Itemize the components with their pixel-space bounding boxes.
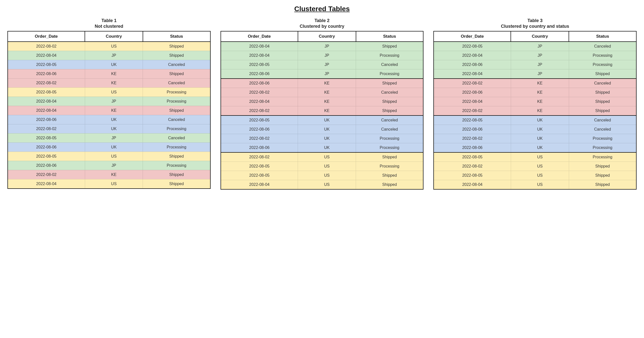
cell-country: UK [511,143,569,152]
cell-status: Canceled [143,78,210,87]
table-row: 2022-08-04JPShipped [434,69,636,78]
cell-country: KE [85,78,143,87]
cell-status: Shipped [356,97,424,106]
cell-status: Processing [356,51,424,60]
cell-status: Shipped [569,97,636,106]
cell-order_date: 2022-08-04 [434,180,511,189]
table-row: 2022-08-05UKCanceled [221,115,424,125]
column-header: Status [569,31,636,42]
cell-status: Canceled [143,60,210,69]
cell-country: JP [511,42,569,51]
cell-order_date: 2022-08-02 [221,106,298,115]
table-row: 2022-08-05JPCanceled [221,60,424,69]
cell-country: JP [511,69,569,78]
cell-country: JP [298,42,356,51]
table-row: 2022-08-05USProcessing [221,162,424,171]
cell-status: Shipped [569,162,636,171]
cell-order_date: 2022-08-06 [434,60,511,69]
cell-country: US [298,152,356,162]
cell-country: UK [85,124,143,133]
cell-order_date: 2022-08-02 [8,42,85,51]
table-row: 2022-08-06UKCanceled [8,115,210,124]
cell-order_date: 2022-08-02 [434,134,511,143]
cell-order_date: 2022-08-05 [221,115,298,125]
cell-status: Canceled [569,42,636,51]
table-row: 2022-08-04JPShipped [221,42,424,51]
cell-status: Canceled [356,115,424,125]
table-block-2: Table 2 Clustered by countryOrder_DateCo… [220,18,424,190]
cell-order_date: 2022-08-02 [221,152,298,162]
cell-order_date: 2022-08-06 [221,143,298,152]
table-row: 2022-08-02KECanceled [434,78,636,88]
cell-order_date: 2022-08-04 [434,51,511,60]
table-row: 2022-08-04USShipped [434,180,636,189]
cell-country: UK [511,125,569,134]
cell-status: Canceled [356,60,424,69]
cell-status: Shipped [569,88,636,97]
table-block-3: Table 3 Clustered by country and statusO… [434,18,636,190]
table-row: 2022-08-06JPProcessing [8,161,210,170]
cell-order_date: 2022-08-06 [221,78,298,88]
column-header: Country [511,31,569,42]
table-row: 2022-08-05USShipped [434,171,636,180]
cell-country: US [511,152,569,162]
cell-country: JP [85,97,143,106]
cell-order_date: 2022-08-02 [434,162,511,171]
cell-country: KE [511,97,569,106]
cell-status: Processing [569,51,636,60]
table-row: 2022-08-05JPCanceled [434,42,636,51]
table-row: 2022-08-02USShipped [221,152,424,162]
cell-order_date: 2022-08-05 [434,42,511,51]
cell-country: UK [85,115,143,124]
cell-country: JP [298,60,356,69]
table-row: 2022-08-04JPProcessing [8,97,210,106]
table-block-1: Table 1 Not clusteredOrder_DateCountrySt… [8,18,210,189]
table-row: 2022-08-05USShipped [221,171,424,180]
table-row: 2022-08-06JPProcessing [434,60,636,69]
tables-container: Table 1 Not clusteredOrder_DateCountrySt… [8,18,636,190]
table-row: 2022-08-04USShipped [8,179,210,189]
cell-country: UK [298,125,356,134]
cell-status: Shipped [356,180,424,189]
cell-order_date: 2022-08-04 [434,69,511,78]
column-header: Order_Date [221,31,298,42]
cell-order_date: 2022-08-04 [8,97,85,106]
cell-status: Shipped [569,69,636,78]
cell-country: UK [511,115,569,125]
cell-country: US [85,87,143,97]
cell-status: Shipped [143,42,210,51]
table-row: 2022-08-06UKCanceled [434,125,636,134]
cell-status: Canceled [569,125,636,134]
table-row: 2022-08-02KEShipped [434,106,636,115]
table-row: 2022-08-04KEShipped [434,97,636,106]
table-row: 2022-08-04JPProcessing [221,51,424,60]
cell-country: US [511,180,569,189]
cell-country: UK [85,142,143,152]
cell-country: KE [85,69,143,78]
cell-status: Processing [569,134,636,143]
cell-country: US [85,152,143,161]
cell-country: US [511,162,569,171]
cell-status: Shipped [143,51,210,60]
cell-order_date: 2022-08-04 [221,42,298,51]
cell-order_date: 2022-08-06 [8,142,85,152]
cell-order_date: 2022-08-05 [221,60,298,69]
table-row: 2022-08-06UKProcessing [8,142,210,152]
cell-order_date: 2022-08-05 [434,171,511,180]
cell-order_date: 2022-08-06 [8,69,85,78]
cell-country: KE [511,78,569,88]
cell-status: Canceled [143,133,210,142]
table-row: 2022-08-06KEShipped [221,78,424,88]
table-row: 2022-08-05USShipped [8,152,210,161]
cell-country: KE [511,88,569,97]
cell-country: UK [511,134,569,143]
column-header: Status [356,31,424,42]
table-row: 2022-08-06UKProcessing [434,143,636,152]
column-header: Country [298,31,356,42]
table-label: Table 1 Not clustered [8,18,210,29]
table-row: 2022-08-02KECanceled [221,88,424,97]
table-row: 2022-08-02KECanceled [8,78,210,87]
cell-country: JP [85,161,143,170]
table-row: 2022-08-04JPProcessing [434,51,636,60]
cell-country: KE [298,106,356,115]
